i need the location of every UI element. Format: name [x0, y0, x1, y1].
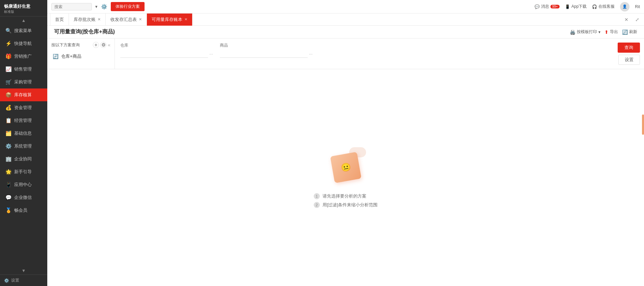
- sidebar-item-label: 新手引导: [14, 169, 32, 175]
- product-filter-label: 商品: [220, 43, 313, 48]
- export-btn[interactable]: ⬆ 导出: [604, 29, 618, 35]
- sidebar-item-enterprise[interactable]: 🏢 企业协同: [0, 153, 47, 165]
- online-service-btn[interactable]: 🎧 在线客服: [592, 4, 615, 9]
- app-download-btn[interactable]: 📱 App下载: [565, 4, 587, 9]
- sidebar-item-member[interactable]: 🏅 畅会员: [0, 204, 47, 217]
- topbar-gear-icon[interactable]: ⚙️: [101, 4, 107, 10]
- sidebar-item-sales[interactable]: 📈 销售管理: [0, 63, 47, 76]
- search-icon: 🔍: [5, 28, 11, 34]
- sidebar-item-search[interactable]: 🔍 搜索菜单: [0, 24, 47, 37]
- empty-tip-1: 1 请先选择要分析的方案: [314, 193, 378, 199]
- avatar: 👤: [620, 2, 629, 11]
- sidebar-item-basic[interactable]: 🗂️ 基础信息: [0, 127, 47, 140]
- warehouse-more-icon[interactable]: ···: [209, 51, 213, 56]
- tab-stock-summary-label: 收发存汇总表: [110, 17, 137, 23]
- sidebar-item-label: 畅会员: [14, 207, 27, 213]
- page-header-actions: 🖨️ 按模板打印 ▾ ⬆ 导出 🔄 刷新: [570, 29, 637, 35]
- settings-bottom-icon: ⚙️: [4, 278, 9, 283]
- sidebar-item-finance[interactable]: 💰 资金管理: [0, 101, 47, 114]
- sidebar-item-inventory[interactable]: 📦 库存核算: [0, 88, 47, 101]
- scroll-up-btn[interactable]: ▲: [0, 17, 47, 24]
- headset-icon: 🎧: [592, 4, 597, 9]
- scheme-settings-btn[interactable]: ⚙: [100, 42, 106, 48]
- message-btn[interactable]: 💬 消息 99+: [535, 4, 560, 9]
- empty-tips: 1 请先选择要分析的方案 2 用[过滤]条件来缩小分析范围: [314, 193, 378, 208]
- tab-stock-summary[interactable]: 收发存汇总表 ✕: [106, 14, 147, 26]
- newbie-icon: 🌟: [5, 169, 11, 175]
- sidebar-item-label: 搜索菜单: [14, 28, 32, 34]
- tabs-bar: 首页 库存批次账 ✕ 收发存汇总表 ✕ 可用量库存账本 ✕ ✕ ⤢: [47, 14, 644, 26]
- app-version: 标准版: [4, 9, 43, 14]
- sidebar-item-system[interactable]: ⚙️ 系统管理: [0, 140, 47, 153]
- query-button[interactable]: 查询: [618, 43, 640, 53]
- expand-tabs-icon[interactable]: ⤢: [633, 16, 641, 23]
- tab-batch-account-label: 库存批次账: [74, 17, 96, 23]
- tip-num-2: 2: [314, 202, 320, 208]
- scroll-down-btn[interactable]: ▼: [0, 267, 47, 275]
- sidebar-item-label: 基础信息: [14, 130, 32, 136]
- export-label: 导出: [610, 29, 618, 35]
- search-input[interactable]: [51, 3, 92, 10]
- tab-available-stock-label: 可用量库存账本: [152, 17, 182, 23]
- collapse-panel-icon[interactable]: «: [108, 42, 110, 48]
- box-face-icon: 😐: [340, 162, 351, 173]
- username[interactable]: Rit: [635, 4, 640, 9]
- sidebar-item-label: 企业微信: [14, 194, 32, 201]
- warehouse-filter-input[interactable]: [120, 50, 208, 58]
- close-tab-available-stock-icon[interactable]: ✕: [184, 17, 187, 22]
- close-tab-stock-summary-icon[interactable]: ✕: [139, 17, 142, 22]
- settings-button[interactable]: 设置: [618, 55, 640, 65]
- tab-batch-account[interactable]: 库存批次账 ✕: [69, 14, 106, 26]
- message-badge: 99+: [550, 5, 560, 8]
- refresh-btn[interactable]: 🔄 刷新: [622, 29, 637, 35]
- tab-home[interactable]: 首页: [50, 14, 69, 26]
- product-more-icon[interactable]: ···: [309, 51, 313, 56]
- sidebar-item-label: 资金管理: [14, 105, 32, 111]
- sidebar-item-label: 营销推广: [14, 53, 32, 59]
- right-filter: 仓库 ··· 商品 ···: [115, 38, 614, 69]
- tip-num-1: 1: [314, 193, 320, 199]
- trial-button[interactable]: 体验行业方案: [111, 2, 145, 11]
- sidebar-item-wechat[interactable]: 💬 企业微信: [0, 191, 47, 204]
- tip-text-2: 用[过滤]条件来缩小分析范围: [323, 202, 378, 208]
- sidebar-bottom-label: 设置: [11, 278, 19, 283]
- add-scheme-btn[interactable]: +: [93, 42, 99, 48]
- sidebar-item-purchase[interactable]: 🛒 采购管理: [0, 76, 47, 88]
- tab-available-stock[interactable]: 可用量库存账本 ✕: [147, 14, 192, 26]
- warehouse-filter-label: 仓库: [120, 43, 213, 48]
- product-filter-input[interactable]: [220, 50, 308, 58]
- app-download-label: App下载: [571, 4, 587, 9]
- phone-icon: 📱: [565, 4, 570, 9]
- sidebar-item-apps[interactable]: 📱 应用中心: [0, 178, 47, 191]
- print-btn[interactable]: 🖨️ 按模板打印 ▾: [570, 29, 600, 35]
- action-buttons: 查询 设置: [614, 38, 644, 69]
- sidebar-item-marketing[interactable]: 🎁 营销推广: [0, 50, 47, 63]
- sidebar-item-operations[interactable]: 📋 经营管理: [0, 114, 47, 127]
- sidebar-item-shortcut[interactable]: ⚡ 快捷导航: [0, 37, 47, 50]
- print-icon: 🖨️: [570, 29, 575, 35]
- sidebar-item-label: 快捷导航: [14, 41, 32, 47]
- sidebar: 畅康通好生意 标准版 ▲ 🔍 搜索菜单 ⚡ 快捷导航 🎁 营销推广 📈 销售管理…: [0, 0, 47, 286]
- sidebar-bottom-btn[interactable]: ⚙️ 设置: [0, 275, 47, 286]
- sidebar-item-label: 系统管理: [14, 143, 32, 149]
- close-all-tabs-icon[interactable]: ✕: [622, 16, 630, 23]
- finance-icon: 💰: [5, 105, 11, 111]
- refresh-label: 刷新: [629, 29, 637, 35]
- export-icon: ⬆: [604, 29, 609, 35]
- sales-icon: 📈: [5, 66, 11, 72]
- scheme-item-label: 仓库+商品: [61, 53, 81, 59]
- topbar-dropdown-icon[interactable]: ▾: [95, 4, 98, 9]
- sidebar-item-newbie[interactable]: 🌟 新手引导: [0, 165, 47, 178]
- app-logo: 畅康通好生意 标准版: [0, 0, 47, 17]
- warehouse-filter-group: 仓库 ···: [120, 43, 213, 58]
- page-title: 可用量查询(按仓库+商品): [54, 28, 115, 35]
- close-tab-batch-account-icon[interactable]: ✕: [98, 17, 101, 22]
- message-label: 消息: [541, 4, 549, 9]
- scheme-item-warehouse-product[interactable]: 🔄 仓库+商品: [47, 51, 114, 62]
- right-scrollbar[interactable]: [642, 114, 644, 135]
- tip-text-1: 请先选择要分析的方案: [323, 193, 366, 199]
- app-name: 畅康通好生意: [4, 3, 43, 9]
- print-dropdown-icon[interactable]: ▾: [598, 30, 600, 34]
- member-icon: 🏅: [5, 207, 11, 213]
- content-area: 可用量查询(按仓库+商品) 🖨️ 按模板打印 ▾ ⬆ 导出 🔄 刷新: [47, 26, 644, 286]
